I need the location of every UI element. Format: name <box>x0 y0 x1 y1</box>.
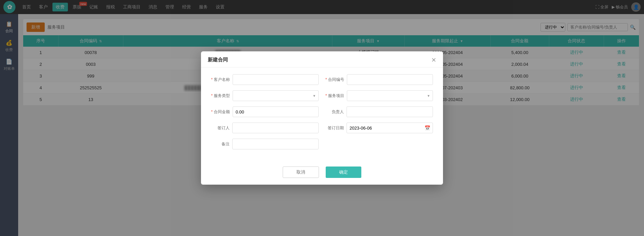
confirm-button[interactable]: 确定 <box>326 167 361 178</box>
contract-no-label: 合同编号 <box>325 77 344 83</box>
contract-no-input[interactable] <box>347 74 433 85</box>
field-contract-no: 合同编号 <box>325 74 433 85</box>
signer-input[interactable] <box>232 123 319 133</box>
service-type-label: 服务类型 <box>211 93 230 99</box>
customer-name-label: 客户名称 <box>211 77 230 83</box>
modal-footer: 取消 确定 <box>201 161 443 185</box>
modal-overlay[interactable]: 新建合同 ✕ 客户名称 合同编号 服务类型 <box>0 0 644 236</box>
customer-name-input[interactable] <box>233 74 319 85</box>
service-type-select[interactable] <box>233 90 319 101</box>
form-row-1: 客户名称 合同编号 <box>211 74 433 85</box>
form-row-3: 合同金额 负责人 <box>211 106 433 117</box>
contract-amount-input[interactable] <box>233 106 319 117</box>
remark-label: 备注 <box>211 141 230 147</box>
remark-input[interactable] <box>232 139 319 149</box>
modal-body: 客户名称 合同编号 服务类型 <box>201 67 443 161</box>
field-service-item: 服务项目 <box>325 90 433 101</box>
responsible-person-label: 负责人 <box>325 109 344 115</box>
modal-close-button[interactable]: ✕ <box>431 57 436 63</box>
field-remark: 备注 <box>211 139 319 149</box>
form-row-5: 备注 <box>211 139 433 149</box>
sign-date-input[interactable] <box>347 123 433 133</box>
field-customer-name: 客户名称 <box>211 74 319 85</box>
service-item-select[interactable] <box>347 90 433 101</box>
field-contract-amount: 合同金额 <box>211 106 319 117</box>
cancel-button[interactable]: 取消 <box>283 167 319 178</box>
modal-header: 新建合同 ✕ <box>201 51 443 67</box>
new-contract-modal: 新建合同 ✕ 客户名称 合同编号 服务类型 <box>201 51 443 185</box>
field-responsible-person: 负责人 <box>325 106 433 117</box>
form-row-4: 签订人 签订日期 📅 <box>211 123 433 133</box>
field-sign-date: 签订日期 📅 <box>325 123 433 133</box>
field-service-type: 服务类型 <box>211 90 319 101</box>
sign-date-label: 签订日期 <box>325 125 344 131</box>
service-item-label: 服务项目 <box>325 93 344 99</box>
signer-label: 签订人 <box>211 125 230 131</box>
form-row-2: 服务类型 服务项目 <box>211 90 433 101</box>
field-signer: 签订人 <box>211 123 319 133</box>
responsible-person-input[interactable] <box>347 106 433 117</box>
modal-title: 新建合同 <box>208 57 228 63</box>
contract-amount-label: 合同金额 <box>211 109 230 115</box>
